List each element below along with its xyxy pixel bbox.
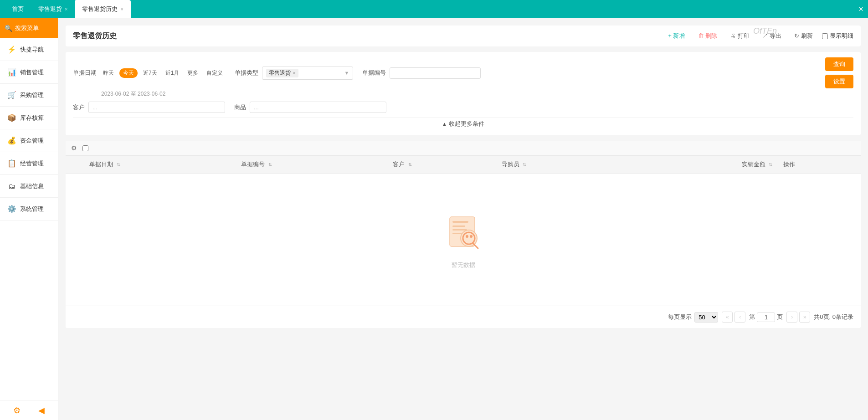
main-content: 零售退货历史 + 新增 🗑 删除 🖨 打印 ↗ 导出 ↻ 刷新 显示明细 单据日…: [58, 18, 868, 420]
goods-select[interactable]: ...: [250, 102, 386, 113]
th-guide-sort: ⇅: [523, 162, 526, 167]
query-button[interactable]: 查询: [825, 57, 853, 71]
sidebar-search-box[interactable]: 🔍 搜索菜单: [0, 18, 58, 38]
th-checkbox: [66, 156, 84, 174]
th-bill-date[interactable]: 单据日期 ⇅: [84, 156, 236, 174]
show-detail-checkbox[interactable]: [822, 33, 828, 39]
collapse-label: 收起更多条件: [449, 120, 484, 128]
sidebar-item-purchase-label: 采购管理: [20, 91, 44, 99]
per-page-select[interactable]: 50 20 100: [694, 312, 718, 323]
tab-bar: 首页 零售退货 × 零售退货历史 ×: [5, 0, 858, 18]
table-header-row: 单据日期 ⇅ 单据编号 ⇅ 客户 ⇅ 导购员 ⇅: [66, 156, 861, 174]
th-actual-amount[interactable]: 实销金额 ⇅: [626, 156, 778, 174]
print-button[interactable]: 🖨 打印: [726, 30, 753, 42]
empty-state-text: 暂无数据: [452, 261, 475, 269]
th-customer[interactable]: 客户 ⇅: [387, 156, 496, 174]
settings-bottom-icon[interactable]: ⚙: [13, 405, 21, 415]
tab-retail-return-history-label: 零售退货历史: [82, 5, 118, 13]
table-toolbar: ⚙: [66, 141, 861, 156]
th-action: 操作: [778, 156, 861, 174]
th-guide[interactable]: 导购员 ⇅: [496, 156, 627, 174]
sidebar-item-sales-mgmt[interactable]: 📊 销售管理: [0, 61, 58, 84]
add-button[interactable]: + 新增: [664, 30, 688, 42]
export-button[interactable]: ↗ 导出: [759, 30, 786, 42]
window-close-button[interactable]: ×: [858, 5, 863, 14]
collapse-sidebar-icon[interactable]: ◀: [38, 405, 45, 415]
next-page-button[interactable]: ›: [786, 312, 797, 323]
tab-retail-return-label: 零售退货: [38, 5, 62, 13]
filter-bill-no-item: 单据编号: [362, 67, 481, 79]
svg-point-8: [466, 235, 468, 238]
customer-select[interactable]: ...: [88, 102, 225, 113]
bill-type-select[interactable]: 零售退货 × ▼: [262, 67, 353, 80]
last-page-button[interactable]: »: [799, 312, 810, 323]
table-settings-icon[interactable]: ⚙: [71, 144, 77, 152]
th-guide-label: 导购员: [502, 161, 519, 168]
page-label: 第: [749, 313, 755, 321]
current-page-input[interactable]: [757, 312, 775, 322]
date-more[interactable]: 更多: [185, 68, 201, 78]
th-customer-label: 客户: [393, 161, 405, 168]
bill-type-value: 零售退货: [269, 69, 291, 77]
th-bill-date-label: 单据日期: [89, 161, 113, 168]
first-page-button[interactable]: «: [722, 312, 733, 323]
tab-retail-return-close[interactable]: ×: [65, 6, 67, 12]
date-last-month[interactable]: 近1月: [163, 68, 182, 78]
sidebar-item-basic-info[interactable]: 🗂 基础信息: [0, 175, 58, 198]
customer-label: 客户: [73, 103, 85, 112]
tab-retail-return-history-close[interactable]: ×: [120, 6, 123, 12]
sidebar-item-inventory[interactable]: 📦 库存核算: [0, 107, 58, 129]
sidebar-item-purchase-mgmt[interactable]: 🛒 采购管理: [0, 84, 58, 107]
date-yesterday[interactable]: 昨天: [100, 68, 117, 78]
sidebar-item-finance-label: 资金管理: [20, 137, 44, 145]
th-action-label: 操作: [783, 161, 795, 168]
empty-state-icon: [441, 210, 486, 256]
sidebar-item-finance-mgmt[interactable]: 💰 资金管理: [0, 129, 58, 152]
table-area: ⚙ 单据日期 ⇅ 单据编号 ⇅ 客户 ⇅: [66, 141, 861, 328]
date-today[interactable]: 今天: [119, 68, 138, 78]
show-detail-label: 显示明细: [830, 32, 853, 40]
sidebar-item-quick-nav-label: 快捷导航: [20, 46, 44, 54]
per-page-selector: 每页显示 50 20 100: [668, 312, 718, 323]
operations-icon: 📋: [7, 159, 16, 168]
filter-more-row: ▲ 收起更多条件: [73, 118, 853, 130]
settings-button[interactable]: 设置: [825, 75, 853, 88]
collapse-button[interactable]: ▲ 收起更多条件: [442, 120, 484, 128]
th-bill-no-sort: ⇅: [268, 162, 272, 167]
goods-placeholder: ...: [254, 104, 259, 111]
pagination-nav-buttons-right: › »: [786, 312, 810, 323]
delete-button[interactable]: 🗑 删除: [694, 30, 721, 42]
date-last7[interactable]: 近7天: [140, 68, 160, 78]
bill-no-label: 单据编号: [362, 69, 386, 77]
svg-rect-1: [452, 221, 468, 223]
tab-retail-return-history[interactable]: 零售退货历史 ×: [75, 0, 130, 18]
basic-info-icon: 🗂: [7, 182, 16, 191]
svg-rect-2: [452, 225, 465, 227]
date-custom[interactable]: 自定义: [204, 68, 226, 78]
sidebar-item-system-mgmt[interactable]: ⚙️ 系统管理: [0, 198, 58, 220]
sidebar-item-quick-nav[interactable]: ⚡ 快捷导航: [0, 38, 58, 61]
show-detail-checkbox-label[interactable]: 显示明细: [822, 32, 853, 40]
prev-page-button[interactable]: ‹: [734, 312, 745, 323]
inventory-icon: 📦: [7, 113, 16, 123]
sidebar-item-operations[interactable]: 📋 经营管理: [0, 152, 58, 175]
page-actions: + 新增 🗑 删除 🖨 打印 ↗ 导出 ↻ 刷新 显示明细: [664, 30, 853, 42]
tab-home[interactable]: 首页: [5, 0, 31, 18]
bill-no-input[interactable]: [390, 67, 481, 79]
select-all-checkbox[interactable]: [82, 145, 88, 151]
table-body: 暂无数据: [66, 174, 861, 306]
th-customer-sort: ⇅: [408, 162, 412, 167]
page-unit: 页: [777, 313, 783, 321]
refresh-button[interactable]: ↻ 刷新: [791, 30, 817, 42]
filter-date-item: 单据日期 昨天 今天 近7天 近1月 更多 自定义: [73, 68, 226, 78]
filter-bill-type-item: 单据类型 零售退货 × ▼: [235, 67, 353, 80]
filter-row-2: 客户 ... 商品 ...: [73, 102, 853, 113]
svg-point-9: [470, 235, 473, 238]
quick-nav-icon: ⚡: [7, 45, 16, 54]
th-actual-amount-sort: ⇅: [769, 162, 772, 167]
bill-date-label: 单据日期: [73, 69, 97, 77]
bill-type-tag-remove[interactable]: ×: [293, 70, 295, 76]
th-bill-no[interactable]: 单据编号 ⇅: [236, 156, 387, 174]
sidebar-item-inventory-label: 库存核算: [20, 114, 44, 122]
tab-retail-return[interactable]: 零售退货 ×: [31, 0, 75, 18]
